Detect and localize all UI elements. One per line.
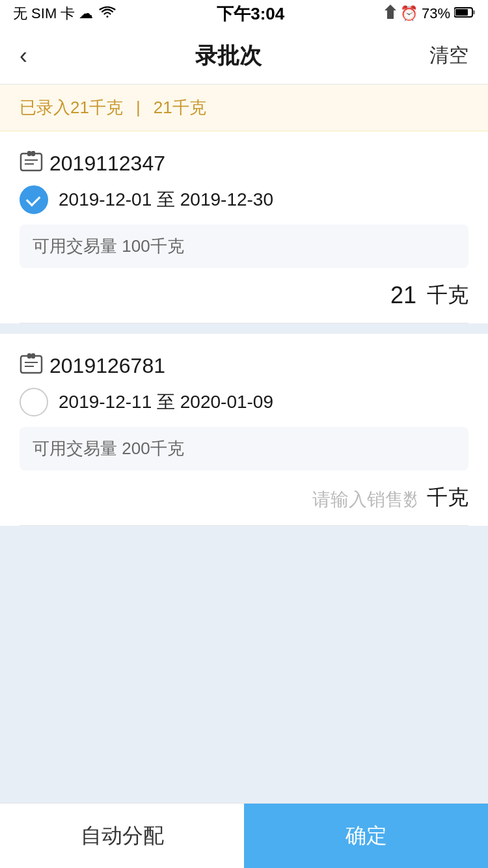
svg-rect-2 xyxy=(455,9,468,16)
status-time: 下午3:04 xyxy=(217,3,284,25)
batch-2-qty-input[interactable] xyxy=(312,484,416,511)
batch-2-date-row: 2019-12-11 至 2020-01-09 xyxy=(20,388,468,416)
batch-1-availability: 可用交易量 100千克 xyxy=(20,224,468,268)
back-button[interactable]: ‹ xyxy=(20,42,27,70)
empty-area xyxy=(0,526,488,825)
batch-1-date-row: 2019-12-01 至 2019-12-30 xyxy=(20,185,468,214)
svg-rect-9 xyxy=(27,353,31,359)
svg-rect-10 xyxy=(31,353,35,359)
clear-button[interactable]: 清空 xyxy=(429,42,468,69)
nav-bar: ‹ 录批次 清空 xyxy=(0,27,488,85)
page-title: 录批次 xyxy=(195,41,262,71)
batch-1-date: 2019-12-01 至 2019-12-30 xyxy=(59,187,273,212)
batch-2-id: 2019126781 xyxy=(49,354,165,378)
summary-amount: 21千克 xyxy=(154,96,206,119)
section-divider-1 xyxy=(0,323,488,334)
batch-1-header: 2019112347 xyxy=(20,151,468,176)
battery-icon xyxy=(454,5,475,22)
batch-2-radio[interactable] xyxy=(20,388,48,416)
bottom-bar: 自动分配 确定 xyxy=(0,803,488,868)
batch-2-header: 2019126781 xyxy=(20,353,468,379)
batch-2-date: 2019-12-11 至 2020-01-09 xyxy=(59,390,273,414)
batch-1-icon xyxy=(20,151,43,176)
summary-banner: 已录入21千克 | 21千克 xyxy=(0,85,488,131)
svg-rect-5 xyxy=(31,151,35,156)
wifi-icon xyxy=(98,5,116,22)
status-left: 无 SIM 卡 ☁ xyxy=(13,4,116,23)
batch-1-unit: 千克 xyxy=(427,281,468,310)
batch-item-1: 2019112347 2019-12-01 至 2019-12-30 可用交易量… xyxy=(0,131,488,323)
summary-recorded: 已录入21千克 xyxy=(20,96,123,119)
batch-2-input-row: 千克 xyxy=(0,470,488,525)
location-icon xyxy=(385,5,396,23)
sim-label: 无 SIM 卡 ☁ xyxy=(13,4,93,23)
svg-rect-1 xyxy=(472,10,475,14)
batch-1-input-row: 千克 xyxy=(0,268,488,323)
status-right: ⏰ 73% xyxy=(385,5,475,23)
status-bar: 无 SIM 卡 ☁ 下午3:04 ⏰ 73% xyxy=(0,0,488,27)
summary-divider: | xyxy=(136,98,141,118)
batch-item-2: 2019126781 2019-12-11 至 2020-01-09 可用交易量… xyxy=(0,334,488,526)
batch-2-icon xyxy=(20,353,43,379)
batch-2-unit: 千克 xyxy=(427,483,468,512)
battery-label: 73% xyxy=(422,5,450,22)
confirm-button[interactable]: 确定 xyxy=(244,804,488,868)
alarm-icon: ⏰ xyxy=(400,5,418,22)
svg-rect-8 xyxy=(21,356,42,373)
svg-rect-4 xyxy=(27,151,31,156)
batch-1-radio[interactable] xyxy=(20,185,48,214)
batch-1-id: 2019112347 xyxy=(49,152,165,176)
batch-2-availability: 可用交易量 200千克 xyxy=(20,427,468,470)
svg-rect-3 xyxy=(21,154,42,170)
auto-distribute-button[interactable]: 自动分配 xyxy=(0,804,244,868)
content-area: 2019112347 2019-12-01 至 2019-12-30 可用交易量… xyxy=(0,131,488,868)
batch-1-qty-input[interactable] xyxy=(312,282,416,309)
